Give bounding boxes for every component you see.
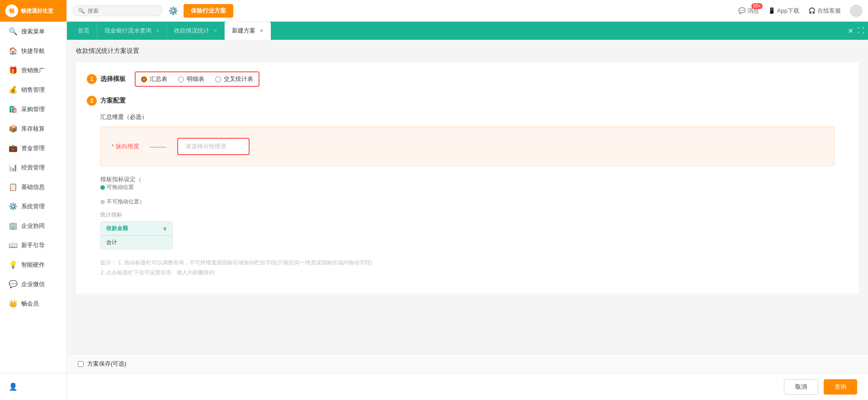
main-area: 🔍 ⚙️ 体验行业方案 💬 消息 99+ 📱 App下载 🎧 在线客服 首页 [67,0,868,400]
tab-bar-actions: ✕ ⛶ [848,27,864,35]
header-right: 💬 消息 99+ 📱 App下载 🎧 在线客服 [738,5,863,17]
sidebar-label-marketing: 营销推广 [21,66,45,75]
save-checkbox[interactable] [78,361,84,367]
non-draggable-indicator: 不可拖动位置） [100,198,145,206]
sidebar-item-member[interactable]: 👑 畅会员 [0,294,66,313]
sidebar-label-system: 系统管理 [21,202,45,211]
dimension-section-title: 汇总维度（必选） [100,113,848,121]
metrics-table-subtotal: 合计 [101,235,172,249]
book-icon: 📖 [9,241,18,249]
money-icon: 💰 [9,85,18,94]
step1-row: 1 选择模板 汇总表 明细表 交叉统计表 [87,71,848,87]
tab-new-plan-label: 新建方案 [232,27,255,35]
sidebar-label-basic-info: 基础信息 [21,183,45,191]
settings-icon-header[interactable]: ⚙️ [168,6,178,16]
metrics-table-header[interactable]: 收款金额 ∨ [101,222,172,235]
sidebar-label-wechat: 企业微信 [21,280,45,288]
radio-detail-input[interactable] [178,76,184,82]
tab-bank-flow-close[interactable]: × [156,28,159,34]
radio-detail[interactable]: 明细表 [178,75,204,83]
search-input[interactable] [88,8,151,14]
sidebar-footer-item1[interactable]: 👤 [0,377,66,396]
page-footer: 方案保存(可选) [67,354,868,373]
metrics-title: 模板指标设定（ 可拖动位置 不可拖动位置） [100,175,145,206]
close-all-button[interactable]: ✕ [848,27,854,35]
trial-button[interactable]: 体验行业方案 [184,4,233,18]
dimension-select[interactable]: 请选择分组维度 [177,138,250,155]
search-bar[interactable]: 🔍 [72,5,163,16]
tab-receipt-stats-close[interactable]: × [214,28,217,34]
user-avatar[interactable] [850,5,863,17]
radio-cross[interactable]: 交叉统计表 [215,75,253,83]
radio-cross-input[interactable] [215,76,221,82]
tips-area: 提示： 1. 拖动标题栏可以调整布局，不可跨维度或指标区域拖动栏目字段(只能在同… [100,258,835,278]
sidebar-logo: 畅 畅捷通好生意 [0,0,66,22]
radio-summary-input[interactable] [141,76,147,82]
main-card: 1 选择模板 汇总表 明细表 交叉统计表 [76,62,859,294]
tab-receipt-stats[interactable]: 收款情况统计 × [167,22,225,40]
notification-badge: 99+ [751,3,763,9]
home-icon: 🏠 [9,47,18,55]
sidebar-item-hardware[interactable]: 💡 智能硬件 [0,255,66,274]
sidebar-item-guide[interactable]: 📖 新手引导 [0,235,66,255]
chart-icon: 📊 [9,163,18,172]
sidebar-label-operations: 经营管理 [21,164,45,172]
bag-icon: 🛍️ [9,105,18,113]
top-header: 🔍 ⚙️ 体验行业方案 💬 消息 99+ 📱 App下载 🎧 在线客服 [67,0,868,22]
sidebar-nav: 🔍 搜索菜单 🏠 快捷导航 🎁 营销推广 💰 销售管理 🛍️ 采购管理 📦 库存… [0,22,66,373]
sidebar-label-search: 搜索菜单 [21,28,45,36]
metrics-table-container: 统计指标 收款金额 ∨ 合计 [100,211,835,251]
sidebar-item-sales[interactable]: 💰 销售管理 [0,80,66,99]
save-label: 方案保存(可选) [87,360,127,368]
settings-icon: ⚙️ [9,202,18,211]
chevron-down-icon[interactable]: ∨ [163,226,167,232]
sidebar-item-enterprise[interactable]: 🏢 企业协同 [0,216,66,235]
tip-line2: 2. 点击标题栏下拉可设置排序、插入列和删除列 [100,268,835,278]
draggable-indicator: 可拖动位置 [100,184,145,191]
tab-bank-flow[interactable]: 现金银行流水查询 × [97,22,167,40]
sidebar-item-purchase[interactable]: 🛍️ 采购管理 [0,99,66,119]
page-container: 收款情况统计方案设置 1 选择模板 汇总表 明细表 [67,40,868,354]
chat-icon: 💬 [9,280,18,288]
radio-summary-label: 汇总表 [150,75,167,83]
sidebar-item-marketing[interactable]: 🎁 营销推广 [0,61,66,80]
radio-summary[interactable]: 汇总表 [141,75,167,83]
sidebar-item-wechat[interactable]: 💬 企业微信 [0,274,66,294]
app-download-label: App下载 [777,7,799,15]
query-button[interactable]: 查询 [824,379,857,395]
step2-label: 方案配置 [100,97,126,105]
sidebar-label-inventory: 库存核算 [21,125,45,133]
sidebar-item-operations[interactable]: 📊 经营管理 [0,158,66,177]
tab-new-plan[interactable]: 新建方案 × [225,22,271,40]
sidebar-label-hardware: 智能硬件 [21,261,45,269]
sidebar-item-system[interactable]: ⚙️ 系统管理 [0,197,66,216]
tab-home[interactable]: 首页 [71,22,97,40]
sidebar-item-finance[interactable]: 💼 资金管理 [0,138,66,158]
breadcrumb: 收款情况统计方案设置 [76,47,859,55]
sidebar-item-inventory[interactable]: 📦 库存核算 [0,119,66,138]
column-header-label: 收款金额 [106,225,128,232]
vertical-dimension-label: 纵向维度 [112,142,139,151]
cancel-button[interactable]: 取消 [784,379,818,395]
tab-new-plan-close[interactable]: × [260,28,263,34]
sidebar-item-search[interactable]: 🔍 搜索菜单 [0,22,66,41]
app-download-button[interactable]: 📱 App下载 [768,7,799,15]
tab-bank-flow-label: 现金银行流水查询 [104,27,151,35]
expand-button[interactable]: ⛶ [857,27,864,35]
metrics-table: 收款金额 ∨ 合计 [100,221,173,249]
crown-icon: 👑 [9,299,18,308]
logo-text: 畅捷通好生意 [21,7,53,15]
metrics-section: 模板指标设定（ 可拖动位置 不可拖动位置） [100,175,835,251]
draggable-dot [100,185,105,190]
message-button[interactable]: 💬 消息 99+ [738,7,759,15]
online-service-button[interactable]: 🎧 在线客服 [808,7,841,15]
gift-icon: 🎁 [9,66,18,75]
sidebar-item-basic-info[interactable]: 📋 基础信息 [0,177,66,197]
box-icon: 📦 [9,124,18,133]
sidebar-label-quick-nav: 快捷导航 [21,47,45,55]
sidebar-item-quick-nav[interactable]: 🏠 快捷导航 [0,41,66,61]
sidebar-label-purchase: 采购管理 [21,105,45,113]
building-icon: 🏢 [9,221,18,230]
clipboard-icon: 📋 [9,183,18,191]
bottom-action-bar: 取消 查询 [67,373,868,400]
